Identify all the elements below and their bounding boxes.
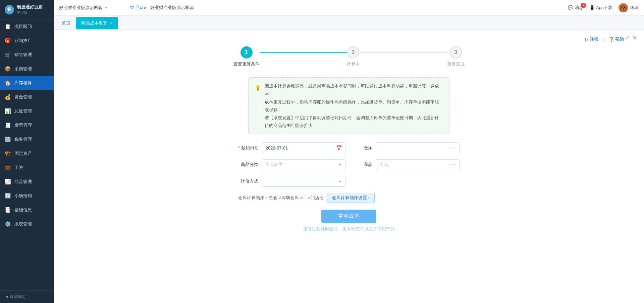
- dots-icon: ···: [449, 145, 456, 151]
- sidebar: 畅 畅捷通好业财 专业版 📋 项目顾问 🎁 营销推广 🛒 销售管理 📦 采购管理…: [0, 0, 54, 303]
- goods-placeholder: 商品: [379, 162, 449, 168]
- pricing-field: 计价方式 ▼: [238, 176, 345, 187]
- sidebar-item-sales[interactable]: 🛒 销售管理: [0, 48, 54, 62]
- message-button[interactable]: 💬 消息 1: [568, 5, 583, 11]
- sidebar-nav: 📋 项目顾问 🎁 营销推广 🛒 销售管理 📦 采购管理 🏠 库存核算 💰 资金管…: [0, 19, 54, 290]
- sidebar-item-invoice[interactable]: 🧾 发票管理: [0, 118, 54, 132]
- mobile-icon: 📱: [589, 5, 595, 10]
- user-avatar-area[interactable]: 🐻 珠珠: [619, 3, 639, 12]
- info-icon: 💡: [255, 83, 261, 129]
- info-line-2: 成本重算过程中，影响库存账的操作均不能操作，比如进货单、销货单、库存单据不能审核…: [265, 98, 443, 114]
- project-icon: 📋: [5, 24, 11, 30]
- sidebar-item-operations[interactable]: 📈 经营管理: [0, 175, 54, 189]
- sidebar-label-payroll: 工资: [14, 165, 23, 171]
- goods-dots-icon: ···: [449, 162, 456, 168]
- required-star: *: [238, 145, 240, 150]
- app-download-label: App下载: [596, 5, 612, 11]
- step-2-label: 计算中: [347, 61, 360, 67]
- sidebar-item-inventory[interactable]: 🏠 库存核算: [0, 76, 54, 90]
- system-icon: ⚙️: [5, 221, 11, 227]
- marketing-icon: 🎁: [5, 38, 11, 44]
- sidebar-item-expense[interactable]: 🔄 小畅报销: [0, 189, 54, 203]
- operations-icon: 📈: [5, 179, 11, 185]
- sidebar-item-assets[interactable]: 🏗️ 固定资产: [0, 146, 54, 161]
- content-card: ▷ 视频 | ❓ 帮助 ⤢ ✕ 1 设置重算条件: [54, 30, 644, 303]
- account-selector[interactable]: 好业财专业版演示帐套 ▼: [59, 5, 126, 11]
- step-line-1: [260, 52, 347, 53]
- warehouse-label: 仓库: [352, 145, 372, 151]
- sidebar-label-inventory: 库存核算: [14, 80, 32, 86]
- warehouse-order-btn[interactable]: 仓库计算顺序设置 ›: [327, 193, 375, 203]
- goods-input[interactable]: 商品 ···: [376, 159, 460, 170]
- page-content: ▷ 视频 | ❓ 帮助 ⤢ ✕ 1 设置重算条件: [54, 30, 644, 303]
- step-2-circle: 2: [347, 46, 359, 58]
- sidebar-item-tax[interactable]: 🔢 税务管理: [0, 132, 54, 146]
- tab-home-label: 首页: [62, 20, 70, 26]
- tab-home[interactable]: 首页: [56, 17, 76, 29]
- inventory-icon: 🏠: [5, 80, 11, 86]
- close-button[interactable]: ✕: [632, 34, 637, 42]
- user-name: 珠珠: [630, 5, 639, 11]
- sidebar-label-expense: 小畅报销: [14, 193, 32, 199]
- warehouse-order-label: 仓库计算顺序：总仓->深圳仓库->...->门店仓: [238, 195, 324, 201]
- verified-badge: 🛡 已认证: [130, 5, 148, 10]
- sidebar-logo: 畅 畅捷通好业财 专业版: [0, 0, 54, 19]
- category-label: 商品分类: [238, 162, 258, 168]
- sidebar-item-project[interactable]: 📋 项目顾问: [0, 19, 54, 34]
- warehouse-order-btn-label: 仓库计算顺序设置: [332, 195, 367, 201]
- recalc-section: 重算成本 重算过程耗时较长，重算时您可以正常使用产品: [238, 210, 460, 232]
- warehouse-field: 仓库 ···: [352, 142, 460, 153]
- calendar-icon[interactable]: 📅: [336, 145, 342, 150]
- sidebar-item-payroll[interactable]: 💼 工资: [0, 161, 54, 175]
- logo-icon: 畅: [5, 5, 14, 14]
- sidebar-label-sales: 销售管理: [14, 52, 32, 58]
- app-download-button[interactable]: 📱 App下载: [589, 5, 612, 11]
- step-2: 2 计算中: [347, 46, 360, 67]
- payroll-icon: 💼: [5, 165, 11, 171]
- logo-name: 畅捷通好业财: [17, 4, 43, 10]
- message-icon: 💬: [568, 5, 573, 10]
- sidebar-item-finance[interactable]: 💰 资金管理: [0, 90, 54, 104]
- start-date-value: 2022-07-01: [266, 145, 288, 150]
- account-full-name: 好业财专业版演示帐套: [150, 5, 194, 11]
- step-3: 3 重算完成: [447, 46, 465, 67]
- tab-goods-cost[interactable]: 商品成本重算 ×: [76, 17, 118, 29]
- pricing-select[interactable]: ▼: [262, 176, 345, 187]
- account-name: 好业财专业版演示帐套: [59, 5, 103, 11]
- tax-icon: 🔢: [5, 136, 11, 142]
- pricing-label: 计价方式: [238, 178, 258, 184]
- message-badge: 1: [581, 3, 586, 8]
- sidebar-unpin-button[interactable]: ◄ 取消固定: [0, 290, 54, 303]
- warehouse-input[interactable]: ···: [376, 142, 460, 153]
- goods-field: 商品 商品 ···: [352, 159, 460, 170]
- sidebar-item-basic[interactable]: 📑 基础信息: [0, 203, 54, 217]
- category-arrow-icon: ▼: [338, 163, 342, 167]
- step-line-2: [360, 52, 447, 53]
- step-3-circle: 3: [450, 46, 462, 58]
- sidebar-label-marketing: 营销推广: [14, 38, 32, 44]
- tab-goods-cost-label: 商品成本重算: [81, 20, 107, 26]
- sidebar-item-accounting[interactable]: 📊 总账管理: [0, 104, 54, 118]
- finance-icon: 💰: [5, 94, 11, 100]
- sidebar-item-purchase[interactable]: 📦 采购管理: [0, 62, 54, 76]
- sidebar-label-tax: 税务管理: [14, 136, 32, 142]
- sidebar-label-basic: 基础信息: [14, 207, 32, 213]
- tab-bar: 首页 商品成本重算 ×: [54, 15, 644, 30]
- warehouse-order-row: 仓库计算顺序：总仓->深圳仓库->...->门店仓 仓库计算顺序设置 ›: [238, 193, 460, 203]
- start-date-field: * 起始日期 2022-07-01 📅: [238, 142, 345, 153]
- dropdown-arrow-icon: ▼: [105, 6, 108, 9]
- shield-icon: 🛡: [130, 5, 134, 10]
- basic-icon: 📑: [5, 207, 11, 213]
- assets-icon: 🏗️: [5, 150, 11, 157]
- start-date-input[interactable]: 2022-07-01 📅: [262, 142, 345, 153]
- category-select[interactable]: 商品分类 ▼: [262, 159, 345, 170]
- sidebar-item-system[interactable]: ⚙️ 系统管理: [0, 217, 54, 231]
- tab-close-icon[interactable]: ×: [110, 21, 113, 26]
- logo-text: 畅捷通好业财 专业版: [17, 4, 43, 15]
- recalc-button[interactable]: 重算成本: [321, 210, 376, 223]
- step-1-label: 设置重算条件: [233, 61, 260, 67]
- steps-container: 1 设置重算条件 2 计算中 3 重算完成: [67, 40, 631, 77]
- purchase-icon: 📦: [5, 66, 11, 72]
- user-avatar: 🐻: [619, 3, 628, 12]
- sidebar-item-marketing[interactable]: 🎁 营销推广: [0, 34, 54, 48]
